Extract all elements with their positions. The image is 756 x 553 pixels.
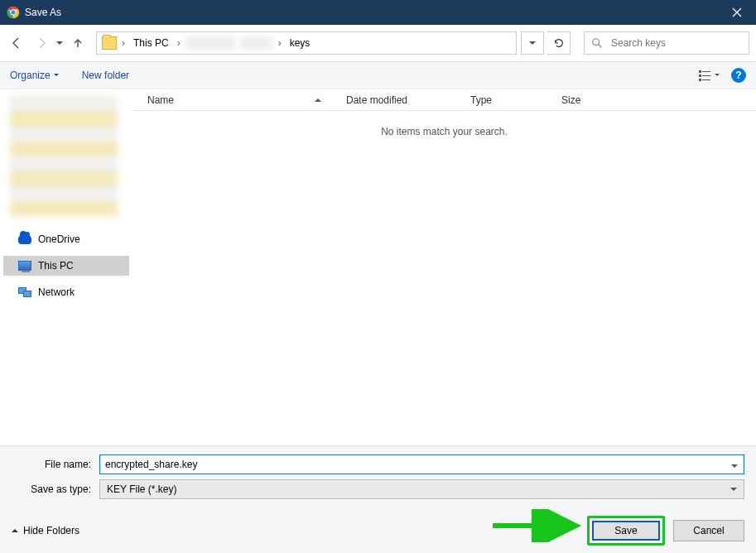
help-button[interactable]: ? [731, 68, 746, 83]
arrow-left-icon [10, 36, 23, 50]
view-options-button[interactable] [698, 70, 720, 81]
content-body: OneDrive This PC Network Name Date modif… [0, 89, 756, 445]
column-headers: Name Date modified Type Size [132, 89, 756, 111]
window-title: Save As [25, 7, 718, 18]
hide-folders-label: Hide Folders [23, 525, 79, 536]
new-folder-button[interactable]: New folder [82, 70, 129, 81]
svg-rect-7 [699, 75, 701, 77]
chevron-down-icon [54, 74, 59, 79]
save-type-combo[interactable]: KEY File (*.key) [99, 479, 744, 499]
svg-rect-9 [699, 79, 701, 81]
breadcrumb-redacted-2 [240, 36, 273, 50]
save-button-highlight: Save [587, 516, 665, 546]
pc-icon [18, 261, 31, 271]
organize-label: Organize [10, 70, 51, 81]
nav-forward-button[interactable] [31, 33, 51, 53]
tree-network[interactable]: Network [3, 282, 129, 302]
svg-rect-5 [699, 70, 701, 73]
titlebar: Save As [0, 0, 756, 25]
filename-dropdown-icon[interactable] [731, 464, 738, 471]
empty-list-message: No items match your search. [132, 111, 756, 152]
filename-label: File name: [12, 459, 99, 470]
nav-history-dropdown[interactable] [56, 41, 63, 48]
details-view-icon [698, 70, 711, 81]
sort-asc-icon [315, 95, 321, 102]
breadcrumb-this-pc[interactable]: This PC [130, 37, 172, 49]
address-dropdown-button[interactable] [521, 31, 544, 55]
save-form: File name: Save as type: KEY File (*.key… [0, 445, 756, 553]
address-bar[interactable]: › This PC › › keys [96, 31, 517, 55]
refresh-icon [553, 37, 565, 49]
svg-rect-8 [702, 75, 710, 76]
close-button[interactable] [718, 0, 756, 25]
network-icon [18, 287, 31, 297]
breadcrumb-keys[interactable]: keys [287, 37, 314, 49]
tree-onedrive-label: OneDrive [38, 233, 80, 245]
arrow-right-icon [35, 36, 48, 50]
column-type[interactable]: Type [470, 94, 561, 106]
nav-back-button[interactable] [7, 33, 26, 53]
refresh-button[interactable] [547, 31, 571, 55]
chrome-icon [7, 6, 20, 19]
search-icon [591, 37, 603, 49]
svg-point-4 [593, 39, 600, 46]
tree-this-pc[interactable]: This PC [3, 256, 129, 276]
filename-input[interactable] [99, 454, 744, 474]
arrow-up-icon [71, 36, 84, 50]
save-type-value: KEY File (*.key) [107, 483, 176, 495]
chevron-down-icon [529, 41, 536, 48]
close-icon [732, 7, 742, 17]
search-box[interactable] [584, 31, 749, 55]
tree-onedrive[interactable]: OneDrive [3, 229, 129, 249]
column-name[interactable]: Name [147, 94, 346, 106]
folder-icon [102, 36, 117, 50]
search-input[interactable] [609, 36, 742, 50]
cancel-button[interactable]: Cancel [673, 520, 744, 541]
breadcrumb-sep: › [122, 37, 125, 49]
new-folder-label: New folder [82, 70, 129, 81]
cloud-icon [18, 234, 31, 244]
column-size[interactable]: Size [561, 94, 636, 106]
save-button[interactable]: Save [592, 521, 660, 541]
tree-redacted [10, 96, 118, 216]
tree-this-pc-label: This PC [38, 260, 74, 272]
file-list-area: Name Date modified Type Size No items ma… [132, 89, 756, 445]
breadcrumb-redacted-1 [185, 36, 235, 50]
hide-folders-toggle[interactable]: Hide Folders [12, 525, 79, 536]
nav-tree: OneDrive This PC Network [0, 89, 132, 445]
nav-row: › This PC › › keys [0, 25, 756, 61]
svg-rect-6 [702, 71, 710, 72]
chevron-up-icon [12, 526, 18, 532]
svg-rect-10 [702, 79, 710, 80]
organize-menu[interactable]: Organize [10, 70, 59, 81]
tree-network-label: Network [38, 286, 75, 298]
column-date-modified[interactable]: Date modified [346, 94, 470, 106]
save-type-label: Save as type: [12, 483, 99, 495]
chevron-down-icon [715, 74, 720, 79]
toolbar: Organize New folder ? [0, 61, 756, 89]
nav-up-button[interactable] [68, 33, 88, 53]
